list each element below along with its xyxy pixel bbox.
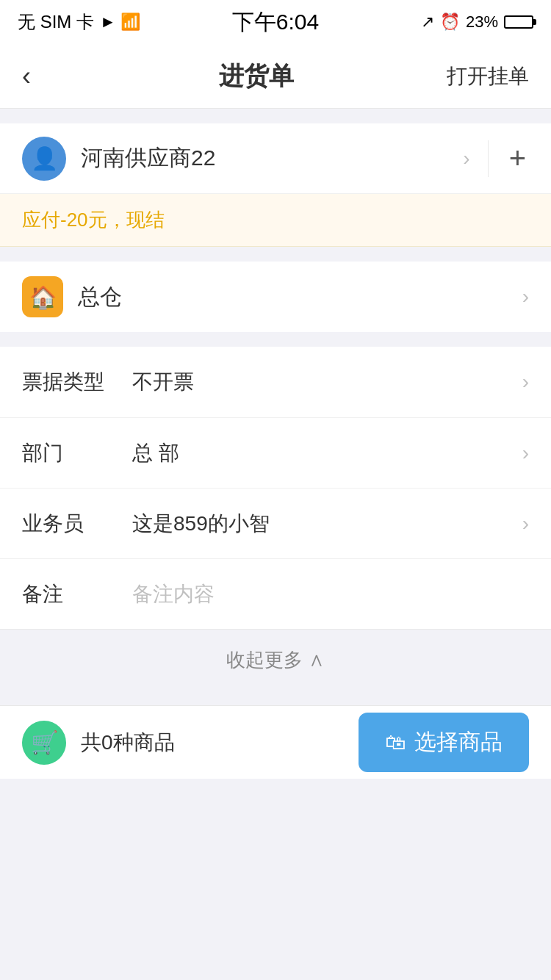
select-product-label: 选择商品 [414, 727, 503, 757]
notice-bar: 应付-20元，现结 [0, 194, 551, 247]
alarm-icon: ⏰ [440, 12, 460, 32]
warehouse-row[interactable]: 🏠 总仓 › [0, 262, 551, 332]
vertical-divider [488, 140, 489, 177]
open-pending-button[interactable]: 打开挂单 [447, 62, 529, 90]
supplier-card: 👤 河南供应商22 › + 应付-20元，现结 [0, 123, 551, 247]
gap-3 [0, 332, 551, 347]
nav-bar: ‹ 进货单 打开挂单 [0, 44, 551, 109]
remark-row[interactable]: 备注 备注内容 [0, 558, 551, 629]
supplier-row[interactable]: 👤 河南供应商22 › + [0, 123, 551, 194]
invoice-row[interactable]: 票据类型 不开票 › [0, 347, 551, 417]
invoice-label: 票据类型 [22, 368, 125, 396]
cart-icon-wrap: 🛒 [22, 721, 66, 765]
status-bar-left: 无 SIM 卡 ►︎ 📶 [18, 10, 140, 34]
supplier-name: 河南供应商22 [81, 143, 463, 173]
salesman-chevron-icon: › [522, 512, 529, 536]
location-icon: ↗ [421, 12, 434, 32]
salesman-label: 业务员 [22, 510, 125, 538]
invoice-chevron-icon: › [522, 370, 529, 394]
salesman-value: 这是859的小智 [125, 510, 522, 538]
remark-input[interactable]: 备注内容 [125, 580, 529, 608]
bottom-bar: 🛒 共0种商品 🛍 选择商品 [0, 705, 551, 779]
salesman-row[interactable]: 业务员 这是859的小智 › [0, 488, 551, 558]
dept-value: 总 部 [125, 439, 522, 467]
wifi-icon: ►︎ 📶 [100, 12, 140, 32]
warehouse-name: 总仓 [78, 282, 522, 312]
warehouse-card: 🏠 总仓 › [0, 262, 551, 332]
select-product-button[interactable]: 🛍 选择商品 [359, 713, 529, 772]
warehouse-icon: 🏠 [22, 276, 63, 317]
gap-1 [0, 109, 551, 123]
battery-percent: 23% [466, 12, 498, 32]
remark-label: 备注 [22, 580, 125, 608]
collapse-row[interactable]: 收起更多 ∧ [0, 629, 551, 691]
add-supplier-button[interactable]: + [506, 142, 529, 175]
select-product-icon: 🛍 [385, 730, 406, 754]
back-button[interactable]: ‹ [22, 61, 66, 92]
invoice-value: 不开票 [125, 368, 522, 396]
dept-chevron-icon: › [522, 442, 529, 465]
dept-label: 部门 [22, 439, 125, 467]
gap-2 [0, 247, 551, 262]
supplier-avatar: 👤 [22, 137, 66, 181]
supplier-chevron-icon: › [463, 147, 469, 170]
collapse-label: 收起更多 ∧ [226, 649, 324, 671]
battery-icon [504, 15, 533, 29]
status-bar-right: ↗ ⏰ 23% [421, 12, 533, 32]
dept-row[interactable]: 部门 总 部 › [0, 417, 551, 488]
form-card: 票据类型 不开票 › 部门 总 部 › 业务员 这是859的小智 › 备注 备注… [0, 347, 551, 629]
product-count: 共0种商品 [81, 729, 344, 757]
page-title: 进货单 [219, 60, 294, 93]
carrier-label: 无 SIM 卡 [18, 10, 94, 34]
cart-icon: 🛒 [31, 729, 58, 755]
status-bar-time: 下午6:04 [232, 7, 319, 37]
avatar-icon: 👤 [31, 145, 58, 171]
warehouse-chevron-icon: › [522, 285, 529, 309]
notice-text: 应付-20元，现结 [22, 209, 165, 231]
status-bar: 无 SIM 卡 ►︎ 📶 下午6:04 ↗ ⏰ 23% [0, 0, 551, 44]
